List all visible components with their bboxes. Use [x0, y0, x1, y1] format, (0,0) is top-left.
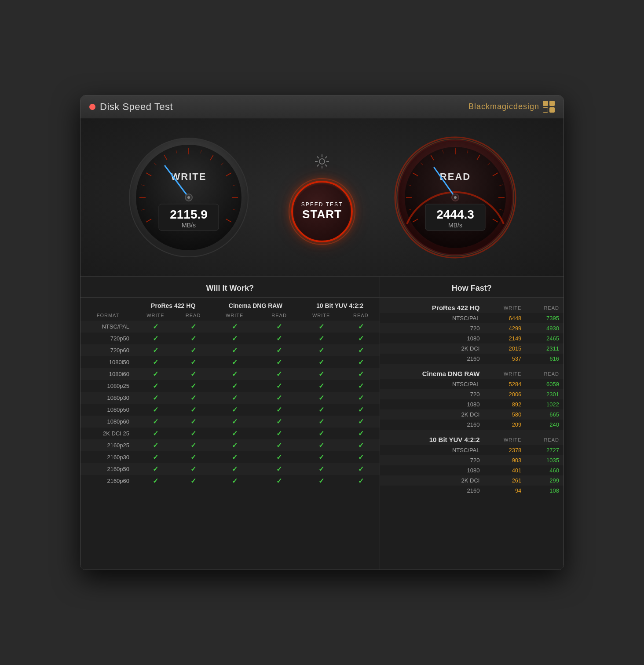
prores-write-cell: ✓	[135, 404, 176, 416]
svg-text:MB/s: MB/s	[182, 222, 196, 229]
yuv-write-cell: ✓	[300, 463, 342, 475]
check-icon: ✓	[190, 358, 196, 366]
cdng-read-cell: ✓	[258, 392, 300, 404]
hf-row-label: 2160	[380, 354, 484, 364]
check-icon: ✓	[358, 382, 364, 390]
cdng-read-cell: ✓	[258, 356, 300, 368]
hf-row-label: 1080	[380, 399, 484, 409]
cdng-write-cell: ✓	[211, 463, 258, 475]
table-row: 2160p60 ✓ ✓ ✓ ✓ ✓ ✓	[80, 475, 380, 487]
cdng-write-header: WRITE	[211, 311, 258, 321]
bmd-logo: Blackmagicdesign	[468, 101, 555, 113]
format-label: 720p50	[80, 332, 135, 344]
check-icon: ✓	[318, 394, 324, 402]
cdng-read-cell: ✓	[258, 332, 300, 344]
yuv-write-cell: ✓	[300, 332, 342, 344]
yuv-write-cell: ✓	[300, 321, 342, 332]
check-icon: ✓	[276, 453, 282, 461]
check-icon: ✓	[358, 477, 364, 485]
cdng-write-cell: ✓	[211, 332, 258, 344]
check-icon: ✓	[276, 323, 282, 330]
check-icon: ✓	[318, 453, 324, 461]
prores-header: ProRes 422 HQ	[135, 298, 211, 311]
table-row: 720p60 ✓ ✓ ✓ ✓ ✓ ✓	[80, 344, 380, 356]
prores-read-cell: ✓	[176, 451, 211, 463]
hf-read-val: 460	[526, 465, 564, 475]
hf-read-col-header: READ	[526, 364, 564, 379]
hf-write-val: 401	[484, 465, 526, 475]
check-icon: ✓	[153, 465, 158, 473]
hf-row-label: 2K DCI	[380, 343, 484, 354]
check-icon: ✓	[276, 418, 282, 425]
hf-write-val: 6448	[484, 313, 526, 323]
prores-write-cell: ✓	[135, 368, 176, 380]
hf-write-col-header: WRITE	[484, 430, 526, 445]
prores-write-cell: ✓	[135, 321, 176, 332]
yuv-read-cell: ✓	[342, 321, 380, 332]
cdng-read-cell: ✓	[258, 321, 300, 332]
hf-row-label: 2160	[380, 486, 484, 496]
yuv-write-cell: ✓	[300, 404, 342, 416]
yuv-read-cell: ✓	[342, 392, 380, 404]
cdng-write-cell: ✓	[211, 439, 258, 451]
check-icon: ✓	[232, 465, 238, 473]
check-icon: ✓	[276, 394, 282, 402]
close-button[interactable]	[89, 104, 95, 110]
check-icon: ✓	[358, 442, 364, 449]
cdng-write-cell: ✓	[211, 428, 258, 439]
hf-data-row: 1080 892 1022	[380, 399, 564, 409]
check-icon: ✓	[358, 465, 364, 473]
yuv-read-header: READ	[342, 311, 380, 321]
yuv-write-cell: ✓	[300, 475, 342, 487]
hf-read-val: 1035	[526, 455, 564, 465]
table-row: 2160p30 ✓ ✓ ✓ ✓ ✓ ✓	[80, 451, 380, 463]
how-fast-header: How Fast?	[380, 277, 564, 298]
hf-read-val: 616	[526, 354, 564, 364]
hf-read-val: 2311	[526, 343, 564, 354]
hf-row-label: NTSC/PAL	[380, 445, 484, 455]
yuv-write-cell: ✓	[300, 380, 342, 392]
format-label: 1080p60	[80, 416, 135, 428]
svg-text:2444.3: 2444.3	[436, 208, 474, 221]
hf-write-val: 94	[484, 486, 526, 496]
gear-icon[interactable]	[313, 153, 331, 172]
prores-write-cell: ✓	[135, 380, 176, 392]
check-icon: ✓	[232, 430, 238, 437]
hf-write-val: 2149	[484, 333, 526, 343]
check-icon: ✓	[358, 335, 364, 342]
hf-read-val: 299	[526, 475, 564, 486]
svg-text:READ: READ	[439, 171, 470, 182]
format-label: 2160p30	[80, 451, 135, 463]
cdng-read-cell: ✓	[258, 475, 300, 487]
hf-row-label: 2160	[380, 420, 484, 430]
check-icon: ✓	[153, 430, 158, 437]
cdng-read-cell: ✓	[258, 368, 300, 380]
check-icon: ✓	[318, 347, 324, 354]
check-icon: ✓	[276, 382, 282, 390]
start-button[interactable]: SPEED TEST START	[291, 181, 353, 242]
format-label: 2160p60	[80, 475, 135, 487]
will-it-work-header: Will It Work?	[80, 277, 380, 298]
check-icon: ✓	[153, 418, 158, 425]
hf-write-col-header: WRITE	[484, 298, 526, 313]
prores-write-cell: ✓	[135, 332, 176, 344]
prores-write-cell: ✓	[135, 475, 176, 487]
check-icon: ✓	[318, 465, 324, 473]
svg-line-32	[325, 164, 327, 166]
yuv-read-cell: ✓	[342, 368, 380, 380]
prores-read-cell: ✓	[176, 321, 211, 332]
prores-read-cell: ✓	[176, 439, 211, 451]
hf-data-row: NTSC/PAL 6448 7395	[380, 313, 564, 323]
check-icon: ✓	[153, 382, 158, 390]
check-icon: ✓	[358, 418, 364, 425]
cdng-read-cell: ✓	[258, 344, 300, 356]
center-controls: SPEED TEST START	[291, 153, 353, 242]
format-col-header: FORMAT	[80, 311, 135, 321]
how-fast-section: How Fast? ProRes 422 HQ WRITE READ NTSC/…	[380, 277, 564, 570]
hf-row-label: NTSC/PAL	[380, 313, 484, 323]
format-label: 2160p50	[80, 463, 135, 475]
check-icon: ✓	[232, 442, 238, 449]
yuv-read-cell: ✓	[342, 475, 380, 487]
check-icon: ✓	[358, 394, 364, 402]
svg-line-34	[317, 164, 319, 166]
